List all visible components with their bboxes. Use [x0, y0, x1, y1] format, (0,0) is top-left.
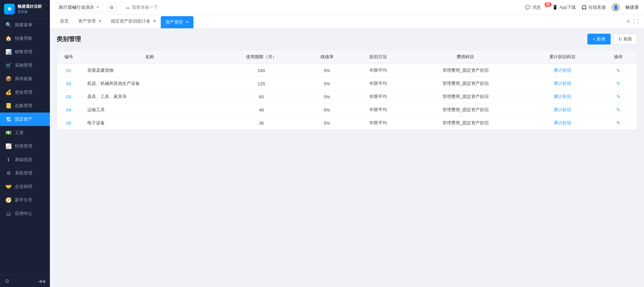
sidebar-item-quick-nav[interactable]: 🏠 快捷导航 [0, 32, 50, 45]
sidebar-item-capital[interactable]: 💰 资金管理 [0, 86, 50, 99]
cell-code: 03 [57, 90, 81, 103]
cell-code: 01 [57, 64, 81, 77]
cell-edit[interactable]: ✎ [600, 90, 637, 103]
cell-edit[interactable]: ✎ [600, 103, 637, 117]
sidebar-item-sales[interactable]: 📊 销售管理 [0, 45, 50, 59]
fixed-asset-icon: 🏗 [5, 117, 11, 122]
module-select[interactable]: 医疗器械行业演示 ▼ [55, 3, 103, 12]
tab-home[interactable]: 首页 [55, 15, 73, 28]
search-icon: 🔍 [5, 22, 11, 28]
cell-expense: 管理费用_固定资产折旧 [406, 77, 525, 90]
cell-code: 04 [57, 103, 81, 117]
sidebar-item-system[interactable]: ⚙ 系统管理 [0, 166, 50, 180]
sidebar-item-search[interactable]: 🔍 搜索菜单 [0, 18, 50, 32]
sidebar-item-fixed-asset[interactable]: 🏗 固定资产 [0, 113, 50, 126]
sidebar-label-system: 系统管理 [15, 170, 32, 176]
salary-icon: 💵 [5, 130, 11, 136]
sidebar-item-inventory[interactable]: 📦 库存核算 [0, 72, 50, 86]
tab-label-asset-mgmt: 资产管理 [78, 18, 96, 24]
table-row: 05电子设备365%年限平均管理费用_固定资产折旧累计折旧✎ [57, 117, 637, 130]
sidebar-item-enterprise[interactable]: 🤝 企业协同 [0, 180, 50, 193]
app-center-icon: 🗂 [5, 211, 11, 217]
cell-acc-dep: 累计折旧 [525, 117, 600, 130]
refresh-button[interactable]: ↻ 刷新 [613, 34, 637, 44]
cell-period: 240 [219, 64, 304, 77]
cell-method: 年限平均 [350, 64, 406, 77]
page-header: 类别管理 + 新增 ↻ 刷新 [57, 34, 637, 44]
sidebar-label-ledger: 总账管理 [15, 103, 32, 109]
sidebar: 畅 畅捷通好业财 普及版 🔍 搜索菜单 🏠 快捷导航 📊 销售管理 🛒 采购管理… [0, 0, 50, 287]
avatar-icon: 👤 [613, 5, 618, 10]
sidebar-label-enterprise: 企业协同 [15, 184, 32, 190]
cell-name: 器具、工具、家具等 [81, 90, 219, 103]
trial-button[interactable]: ☁ 我要体验一下 [122, 3, 161, 12]
tab-close-asset-type[interactable]: ✕ [186, 20, 189, 24]
settings-icon[interactable]: ⚙ [5, 278, 9, 284]
table-col-header: 费用科目 [406, 50, 525, 64]
sidebar-nav: 🔍 搜索菜单 🏠 快捷导航 📊 销售管理 🛒 采购管理 📦 库存核算 💰 资金管… [0, 18, 50, 275]
table-row: 01房屋及建筑物2405%年限平均管理费用_固定资产折旧累计折旧✎ [57, 64, 637, 77]
cell-edit[interactable]: ✎ [600, 77, 637, 90]
tab-close-asset-mgmt[interactable]: ✕ [98, 19, 101, 23]
online-service-button[interactable]: 🎧 在线客服 [581, 4, 606, 10]
table-col-header: 操作 [600, 50, 637, 64]
cell-edit[interactable]: ✎ [600, 117, 637, 130]
headset-icon: 🎧 [581, 5, 587, 10]
sidebar-item-guide[interactable]: 🧭 新手引导 [0, 193, 50, 207]
cell-method: 年限平均 [350, 103, 406, 117]
topbar: 医疗器械行业演示 ▼ ⚙ ☁ 我要体验一下 💬 消息 99 + 📱 App下载 … [50, 0, 644, 15]
table-col-header: 名称 [81, 50, 219, 64]
sidebar-label-salary: 工资 [15, 130, 24, 136]
collapse-icon[interactable]: ◀◀ [38, 279, 45, 284]
tab-label-fixed-asset-stat: 固定资产折旧统计表 [111, 18, 150, 24]
sidebar-item-salary[interactable]: 💵 工资 [0, 126, 50, 139]
page-title: 类别管理 [57, 35, 81, 43]
sidebar-label-search: 搜索菜单 [15, 22, 32, 28]
inventory-icon: 📦 [5, 76, 11, 82]
refresh-icon: ↻ [618, 37, 622, 42]
cell-code: 05 [57, 117, 81, 130]
user-name-label[interactable]: 畅捷通 [625, 4, 639, 10]
messages-label: 消息 [532, 4, 541, 10]
main-area: 医疗器械行业演示 ▼ ⚙ ☁ 我要体验一下 💬 消息 99 + 📱 App下载 … [50, 0, 644, 287]
maximize-window-icon[interactable]: ⛶ [633, 19, 639, 25]
module-settings-button[interactable]: ⚙ [107, 3, 117, 12]
tab-fixed-asset-stat[interactable]: 固定资产折旧统计表✕ [106, 15, 161, 28]
base-info-icon: ℹ [5, 157, 11, 163]
cell-period: 60 [219, 90, 304, 103]
cell-expense: 管理费用_固定资产折旧 [406, 64, 525, 77]
gear-icon: ⚙ [110, 5, 114, 10]
sidebar-item-purchase[interactable]: 🛒 采购管理 [0, 59, 50, 72]
tab-close-fixed-asset-stat[interactable]: ✕ [153, 19, 156, 23]
sidebar-item-app-center[interactable]: 🗂 应用中心 [0, 207, 50, 220]
cell-method: 年限平均 [350, 77, 406, 90]
sidebar-item-operations[interactable]: 📈 经营管理 [0, 139, 50, 153]
ledger-icon: 📒 [5, 103, 11, 109]
messages-button[interactable]: 💬 消息 99 + [525, 4, 547, 10]
table-row: 03器具、工具、家具等605%年限平均管理费用_固定资产折旧累计折旧✎ [57, 90, 637, 103]
close-window-icon[interactable]: ✕ [626, 18, 631, 25]
page-actions: + 新增 ↻ 刷新 [587, 34, 637, 44]
cell-expense: 管理费用_固定资产折旧 [406, 90, 525, 103]
new-button[interactable]: + 新增 [587, 34, 611, 44]
cloud-icon: ☁ [125, 5, 130, 10]
sidebar-item-ledger[interactable]: 📒 总账管理 [0, 99, 50, 113]
cell-expense: 管理费用_固定资产折旧 [406, 103, 525, 117]
table-header-row: 编号名称使用期限（月）残值率折旧方法费用科目累计折旧科目操作 [57, 50, 637, 64]
cell-acc-dep: 累计折旧 [525, 90, 600, 103]
module-dropdown-icon: ▼ [96, 5, 99, 9]
tab-asset-type[interactable]: 资产类型✕ [161, 16, 193, 28]
tabs-bar: 首页资产管理✕固定资产折旧统计表✕资产类型✕ ✕ ⛶ [50, 15, 644, 28]
cell-edit[interactable]: ✎ [600, 64, 637, 77]
user-avatar[interactable]: 👤 [611, 3, 620, 12]
cell-period: 36 [219, 117, 304, 130]
sidebar-label-app-center: 应用中心 [15, 211, 32, 217]
cell-period: 120 [219, 77, 304, 90]
sidebar-item-base-info[interactable]: ℹ 基础信息 [0, 153, 50, 166]
cell-residual: 5% [304, 77, 350, 90]
data-table: 编号名称使用期限（月）残值率折旧方法费用科目累计折旧科目操作 01房屋及建筑物2… [57, 50, 637, 129]
tab-asset-mgmt[interactable]: 资产管理✕ [73, 15, 106, 28]
cell-name: 机器、机械和其他生产设备 [81, 77, 219, 90]
purchase-icon: 🛒 [5, 62, 11, 68]
app-download-button[interactable]: 📱 App下载 [552, 4, 576, 10]
